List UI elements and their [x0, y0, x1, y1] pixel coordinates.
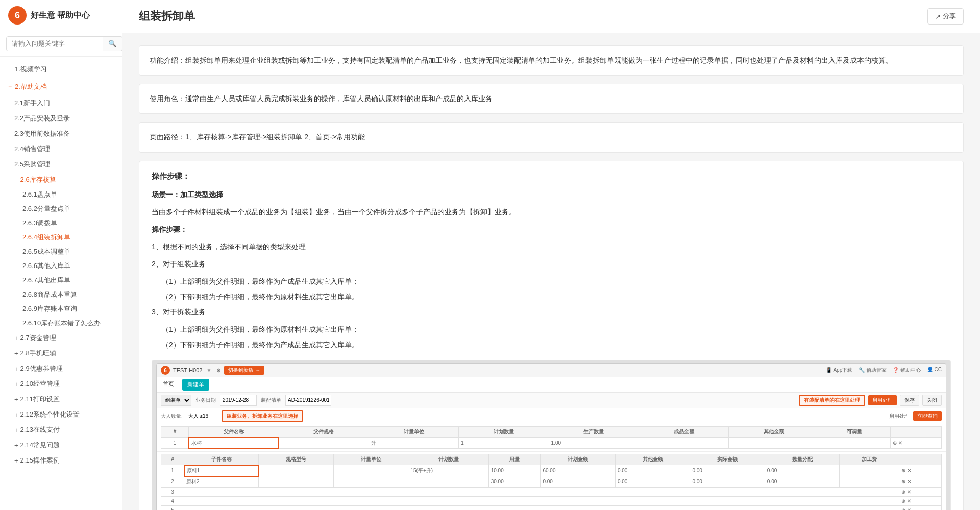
- lower-cell-1-pamount: 60.00: [541, 465, 615, 476]
- upper-table-body: 1 水杯 升 1 1.00 ⊕: [161, 438, 942, 449]
- app-date-input[interactable]: [220, 395, 257, 406]
- sidebar-item-2-6-1[interactable]: 2.6.1盘点单: [22, 187, 122, 202]
- app-avatar: 👤 CC: [927, 367, 942, 374]
- lower-cell-2-usage: 30.00: [488, 476, 541, 488]
- lower-th-usage: 用量: [488, 454, 541, 465]
- lower-th-planamount: 计划金额: [541, 454, 615, 465]
- lower-cell-2-alloc: 0.00: [765, 476, 839, 488]
- lookup-input[interactable]: [186, 411, 216, 421]
- sidebar-item-2-3[interactable]: 2.3使用前数据准备: [14, 126, 122, 141]
- app-logo-icon: 6: [161, 366, 170, 375]
- lower-th-plan: 计划数量: [408, 454, 488, 465]
- config-list-btn[interactable]: 有装配清单的在这里处理: [799, 395, 865, 406]
- upper-th-unit: 计量单位: [369, 426, 458, 438]
- upper-cell-prod: 1.00: [549, 438, 639, 449]
- sidebar-item-help[interactable]: − 2.帮助文档: [0, 78, 122, 95]
- step1: 1、根据不同的业务，选择不同单据的类型来处理: [152, 239, 951, 254]
- sidebar: 6 好生意 帮助中心 🔍 + 1.视频学习 − 2.帮助文档 2.1新手入门 2…: [0, 0, 122, 510]
- lower-cell-1-ops: ⊕ ✕: [899, 465, 941, 476]
- sidebar-item-2-6-8[interactable]: 2.6.8商品成本重算: [22, 287, 122, 302]
- app-tab-home[interactable]: 首页: [157, 377, 180, 392]
- sidebar-item-video[interactable]: + 1.视频学习: [0, 61, 122, 78]
- cancel-btn[interactable]: 关闭: [922, 395, 942, 406]
- app-billno-input[interactable]: [285, 395, 331, 406]
- sidebar-item-2-6-6[interactable]: 2.6.6其他入库单: [22, 259, 122, 273]
- nav-2-6-children: 2.6.1盘点单 2.6.2分量盘点单 2.6.3调拨单 2.6.4组装拆卸单 …: [14, 187, 122, 330]
- sidebar-item-2-8[interactable]: +2.8手机旺辅: [14, 346, 122, 361]
- lower-th-num: #: [161, 454, 184, 465]
- lower-cell-1-name[interactable]: 原料1: [184, 465, 259, 476]
- sidebar-item-2-9[interactable]: +2.9优惠券管理: [14, 361, 122, 376]
- upper-th-prod: 生产数量: [549, 426, 639, 438]
- sidebar-item-2-4[interactable]: 2.4销售管理: [14, 141, 122, 157]
- lower-th-unit: 计量单位: [333, 454, 408, 465]
- lower-cell-2-num: 2: [161, 476, 184, 488]
- sidebar-item-2-6-10[interactable]: 2.6.10库存账本错了怎么办: [22, 316, 122, 330]
- sidebar-item-2-12[interactable]: +2.12系统个性化设置: [14, 407, 122, 422]
- search-button[interactable]: 🔍: [103, 36, 122, 51]
- step2-subs: （1）上部明细为父件明细，最终作为产成品生成其它入库单； （2）下部明细为子件明…: [152, 274, 951, 304]
- sidebar-item-2-13[interactable]: +2.13在线支付: [14, 422, 122, 438]
- step3-1: （1）上部明细为父件明细，最终作为原材料生成其它出库单；: [162, 322, 951, 336]
- sidebar-item-2-6-7[interactable]: 2.6.7其他出库单: [22, 273, 122, 287]
- sidebar-item-2-6-2[interactable]: 2.6.2分量盘点单: [22, 202, 122, 216]
- app-switch-btn[interactable]: 切换到新版 →: [224, 366, 264, 375]
- lower-th-actual: 实际金额: [690, 454, 765, 465]
- app-lower-table-area: # 子件名称 规格型号 计量单位 计划数量 用量 计划金额 其他金额 实际金额: [157, 451, 946, 510]
- app-type-select[interactable]: 组装单 拆卸单: [161, 395, 191, 406]
- upper-cell-amount: [639, 438, 728, 449]
- nav-tree: + 1.视频学习 − 2.帮助文档 2.1新手入门 2.2产品安装及登录 2.3…: [0, 57, 122, 510]
- save-btn[interactable]: 保存: [900, 395, 919, 406]
- lower-cell-1-spec: [259, 465, 333, 476]
- lower-th-fee: 加工费: [840, 454, 899, 465]
- sidebar-item-2-10[interactable]: +2.10经营管理: [14, 376, 122, 392]
- app-toolbar: 组装单 拆卸单 业务日期 装配清单 有装配清单的在这里处理 启用处理: [157, 393, 946, 408]
- sidebar-item-2-6-4[interactable]: 2.6.4组装拆卸单: [22, 230, 122, 245]
- sidebar-item-2-15[interactable]: +2.15操作案例: [14, 453, 122, 468]
- lower-cell-2-spec: [259, 476, 333, 488]
- lower-cell-5-empty: [184, 505, 899, 510]
- app-nav-tabs: 首页 新建单: [157, 377, 946, 393]
- lower-cell-1-other: 0.00: [615, 465, 690, 476]
- sidebar-item-2-1[interactable]: 2.1新手入门: [14, 95, 122, 111]
- lower-cell-2-name[interactable]: 原料2: [184, 476, 259, 488]
- sidebar-item-2-6-3[interactable]: 2.6.3调拨单: [22, 216, 122, 230]
- upper-th-spec: 父件规格: [279, 426, 369, 438]
- search-input[interactable]: [6, 36, 103, 51]
- share-button[interactable]: ↗ 分享: [927, 8, 964, 25]
- screenshot-container: 6 TEST-H002 ▼ ⚙ 切换到新版 → 📱 App下载 🔧 佰助管家 ❓…: [152, 360, 951, 510]
- upper-table-header-row: # 父件名称 父件规格 计量单位 计划数量 生产数量 成品金额 其他金额 可调量: [161, 426, 942, 438]
- intro-box-3: 页面路径：1、库存核算->库存管理->组装拆卸单 2、首页->常用功能: [139, 122, 964, 152]
- type-annotation-area: 组装业务、拆卸业务在这里选择: [222, 410, 303, 422]
- upper-cell-name[interactable]: 水杯: [189, 438, 279, 449]
- sidebar-item-2-14[interactable]: +2.14常见问题: [14, 438, 122, 453]
- sidebar-item-2-6-5[interactable]: 2.6.5成本调整单: [22, 245, 122, 259]
- sidebar-item-2-11[interactable]: +2.11打印设置: [14, 392, 122, 407]
- lower-th-other: 其他金额: [615, 454, 690, 465]
- sidebar-item-2-5[interactable]: 2.5采购管理: [14, 157, 122, 172]
- sidebar-item-2-7[interactable]: +2.7资金管理: [14, 330, 122, 346]
- lower-row-5: 5⊕ ✕: [161, 505, 942, 510]
- lower-table-header-row: # 子件名称 规格型号 计量单位 计划数量 用量 计划金额 其他金额 实际金额: [161, 454, 942, 465]
- app-store-name: TEST-H002: [173, 367, 202, 373]
- sidebar-item-2-6-9[interactable]: 2.6.9库存账本查询: [22, 302, 122, 316]
- lower-cell-2-actual: 0.00: [690, 476, 765, 488]
- lower-cell-4-empty: [184, 496, 899, 505]
- lower-cell-3-empty: [184, 487, 899, 496]
- app-tab-new[interactable]: 新建单: [182, 379, 209, 391]
- scene1-title: 场景一：加工类型选择: [152, 187, 951, 202]
- lower-cell-1-usage: 10.00: [488, 465, 541, 476]
- sidebar-item-2-2[interactable]: 2.2产品安装及登录: [14, 111, 122, 126]
- app-download-icon: 📱 App下载: [826, 367, 852, 374]
- app-top-icons: 📱 App下载 🔧 佰助管家 ❓ 帮助中心 👤 CC: [826, 367, 942, 374]
- lookup-btn[interactable]: 立即查询: [913, 411, 942, 421]
- ops-title: 操作步骤：: [152, 172, 951, 181]
- app-upper-table-area: # 父件名称 父件规格 计量单位 计划数量 生产数量 成品金额 其他金额 可调量: [157, 424, 946, 451]
- app-billno-label: 装配清单: [261, 397, 281, 404]
- upper-cell-num: 1: [161, 438, 189, 449]
- app-dropdown-icon: ▼: [206, 368, 211, 373]
- process-btn[interactable]: 启用处理: [868, 395, 897, 405]
- app-helper-icon: 🔧 佰助管家: [859, 367, 887, 374]
- sidebar-item-2-6[interactable]: − 2.6库存核算: [14, 172, 122, 187]
- lower-cell-5-ops: ⊕ ✕: [899, 505, 941, 510]
